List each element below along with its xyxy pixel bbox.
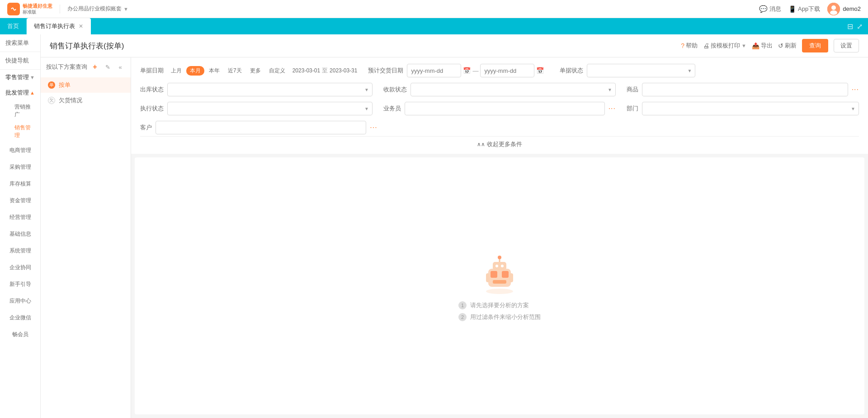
sidebar-item-marketing[interactable]: 营销推广 <box>0 100 40 121</box>
empty-step-1: 1 请先选择要分析的方案 <box>458 301 541 309</box>
sidebar-item-guide[interactable]: 新手引导 <box>0 276 40 293</box>
tab-bar: 首页 销售订单执行表 ✕ ⊟ ⤢ <box>0 18 868 34</box>
collapse-panel-button[interactable]: « <box>115 62 125 72</box>
goods-input[interactable] <box>642 83 848 96</box>
plan-item-backorder[interactable]: 欠 欠货情况 <box>41 93 131 108</box>
step-label-2: 用过滤条件来缩小分析范围 <box>470 313 541 321</box>
empty-steps: 1 请先选择要分析的方案 2 用过滤条件来缩小分析范围 <box>458 301 541 321</box>
basic-info-label: 基础信息 <box>9 230 31 238</box>
user-area[interactable]: demo2 <box>827 3 861 15</box>
tab-home-label: 首页 <box>7 22 19 30</box>
purchase-label: 采购管理 <box>9 163 31 171</box>
delivery-status-wrap: ▼ <box>167 83 373 96</box>
sidebar-item-retail[interactable]: 零售管理 ▼ <box>0 70 40 85</box>
settings-button[interactable]: 设置 <box>834 39 859 52</box>
print-label: 按模板打印 <box>711 42 740 50</box>
sidebar-item-finance[interactable]: 资金管理 <box>0 192 40 209</box>
tab-sales-order[interactable]: 销售订单执行表 ✕ <box>27 18 91 34</box>
empty-illustration <box>477 251 522 296</box>
status-label: 单据状态 <box>560 66 583 75</box>
date-field: 单据日期 上月 本月 本年 近7天 更多 自定义 2023-03-01 <box>140 66 357 76</box>
sidebar-item-basic-info[interactable]: 基础信息 <box>0 226 40 242</box>
cal-icon-start[interactable]: 📅 <box>463 67 471 74</box>
goods-dots-icon[interactable]: ··· <box>852 86 859 94</box>
refresh-button[interactable]: ↺ 刷新 <box>778 42 797 50</box>
help-icon: ? <box>681 42 684 49</box>
customer-input[interactable] <box>156 121 366 134</box>
estimated-date-end-input[interactable] <box>480 64 534 77</box>
estimated-date-label: 预计交货日期 <box>368 66 403 75</box>
sidebar-item-purchase[interactable]: 采购管理 <box>0 159 40 176</box>
sidebar-item-ecommerce[interactable]: 电商管理 <box>0 142 40 159</box>
exec-status-select[interactable] <box>167 102 373 115</box>
customer-dots-icon[interactable]: ··· <box>370 124 377 132</box>
sidebar-item-operations[interactable]: 经营管理 <box>0 209 40 226</box>
print-button[interactable]: 🖨 按模板打印 ▼ <box>703 42 746 50</box>
filter-row-3: 执行状态 ▼ 业务员 ··· <box>140 102 859 115</box>
print-icon: 🖨 <box>703 42 709 49</box>
sidebar-quick-nav[interactable]: 快捷导航 <box>0 52 40 70</box>
inventory-label: 库存核算 <box>9 180 31 188</box>
retail-arrow-icon: ▼ <box>30 75 35 80</box>
top-bar-right: 💬 消息 📱 App下载 demo2 <box>759 3 861 15</box>
tab-close-icon[interactable]: ✕ <box>79 23 83 29</box>
sidebar-search[interactable]: 搜索菜单 <box>0 34 40 52</box>
status-select[interactable] <box>587 64 695 77</box>
message-icon: 💬 <box>759 5 768 13</box>
tab-minimize-icon[interactable]: ⊟ <box>847 22 853 31</box>
system-label: 系统管理 <box>9 247 31 255</box>
breadcrumb-arrow-icon: ▼ <box>123 6 128 12</box>
export-label: 导出 <box>761 42 773 50</box>
help-button[interactable]: ? 帮助 <box>681 42 698 50</box>
goods-label: 商品 <box>627 86 638 94</box>
edit-plan-button[interactable]: ✎ <box>103 62 113 72</box>
add-plan-button[interactable]: + <box>90 62 100 72</box>
collapse-up-icon: ∧∧ <box>477 141 485 147</box>
query-button[interactable]: 查询 <box>802 39 828 52</box>
header-actions: ? 帮助 🖨 按模板打印 ▼ 📤 导出 ↺ 刷新 查询 设置 <box>681 39 859 52</box>
estimated-date-field: 预计交货日期 📅 — 📅 <box>368 64 549 77</box>
sidebar-item-sales[interactable]: 销售管理 <box>0 121 40 142</box>
svg-point-4 <box>486 289 513 294</box>
step-label-1: 请先选择要分析的方案 <box>470 301 529 309</box>
date-tab-last-7[interactable]: 近7天 <box>224 66 245 76</box>
salesperson-input[interactable] <box>405 102 605 115</box>
sidebar-group-retail: 零售管理 ▼ <box>0 70 40 85</box>
svg-rect-9 <box>493 262 506 270</box>
app-download-button[interactable]: 📱 App下载 <box>788 5 820 13</box>
sidebar-item-app-center[interactable]: 应用中心 <box>0 293 40 309</box>
message-button[interactable]: 💬 消息 <box>759 5 781 13</box>
breadcrumb[interactable]: 办公用品行业模拟账套 ▼ <box>67 5 128 13</box>
date-tab-custom[interactable]: 自定义 <box>265 66 289 76</box>
date-range-end: 2023-03-31 <box>330 67 357 74</box>
receipt-status-select[interactable] <box>410 83 616 96</box>
tab-expand-icon[interactable]: ⤢ <box>857 22 863 31</box>
date-tab-this-month[interactable]: 本月 <box>186 66 204 76</box>
delivery-status-select[interactable] <box>167 83 373 96</box>
sidebar-item-system[interactable]: 系统管理 <box>0 242 40 259</box>
date-tab-more[interactable]: 更多 <box>246 66 264 76</box>
estimated-date-range: 📅 — 📅 <box>407 64 544 77</box>
date-tab-last-month[interactable]: 上月 <box>167 66 185 76</box>
svg-point-2 <box>831 5 836 10</box>
sidebar-item-wholesale[interactable]: 批发管理 ▲ <box>0 85 40 100</box>
cal-icon-end[interactable]: 📅 <box>536 67 544 74</box>
export-button[interactable]: 📤 导出 <box>752 42 773 50</box>
sidebar-item-wechat[interactable]: 企业微信 <box>0 309 40 326</box>
receipt-status-label: 收款状态 <box>383 86 407 94</box>
sidebar-item-enterprise[interactable]: 企业协同 <box>0 259 40 276</box>
finance-label: 资金管理 <box>9 197 31 204</box>
sidebar-item-inventory[interactable]: 库存核算 <box>0 176 40 192</box>
date-tab-this-year[interactable]: 本年 <box>205 66 223 76</box>
date-range-start: 2023-03-01 <box>292 67 320 74</box>
salesperson-dots-icon[interactable]: ··· <box>609 104 616 113</box>
dept-wrap: ▼ <box>642 102 859 115</box>
svg-point-15 <box>498 256 501 259</box>
dept-select[interactable] <box>642 102 859 115</box>
collapse-bar[interactable]: ∧∧ 收起更多条件 <box>140 136 859 152</box>
tab-home[interactable]: 首页 <box>0 18 27 34</box>
plan-item-icon2: 欠 <box>48 97 55 104</box>
estimated-date-start-input[interactable] <box>407 64 461 77</box>
sidebar-item-vip[interactable]: 畅会员 <box>0 326 40 343</box>
plan-item-by-order[interactable]: 单 按单 <box>41 77 131 93</box>
